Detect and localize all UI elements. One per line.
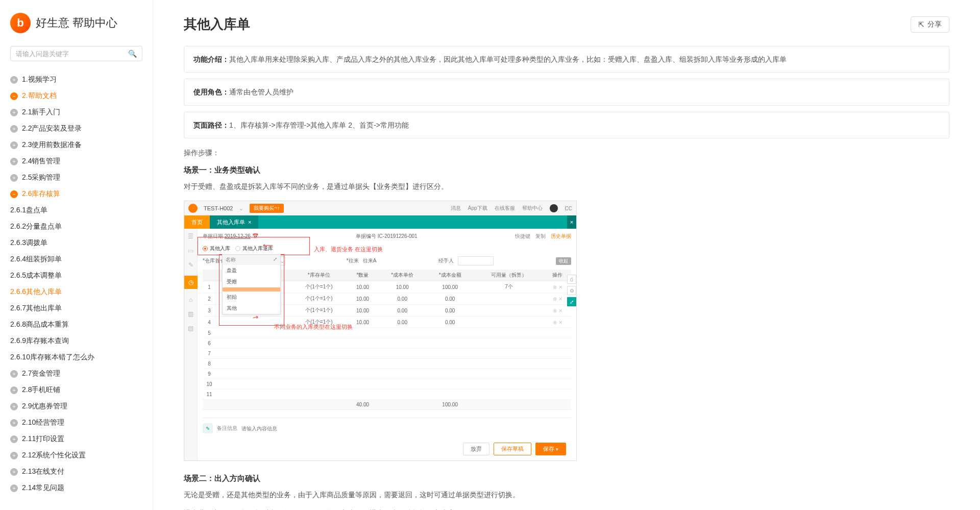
dropdown-item[interactable]: 初始 [223,292,280,303]
tab-active[interactable]: 其他入库单× [210,215,258,229]
nav-item[interactable]: 2.6.3调拨单 [10,235,142,251]
logo-row: b 好生意 帮助中心 [10,13,142,33]
tool-copy[interactable]: 复制 [535,233,546,240]
table-row[interactable]: 10 [203,379,571,390]
rail-icon-3[interactable]: ✎ [187,261,194,269]
collapse-icon[interactable]: − [10,92,18,100]
cancel-button[interactable]: 放弃 [463,443,489,455]
annotation-text-2: 不同业务的入库类型在这里切换 [274,323,353,331]
nav-item[interactable]: +2.10经营管理 [10,415,142,431]
nav-item[interactable]: 2.6.8商品成本重算 [10,317,142,333]
nav-item[interactable]: +2.12系统个性化设置 [10,447,142,464]
rail-print-icon[interactable]: ⎙ [567,275,576,284]
expand-icon[interactable]: + [10,109,18,116]
nav-item[interactable]: +2.2产品安装及登录 [10,120,142,137]
radio-in[interactable]: 其他入库 [203,245,230,252]
expand-icon[interactable]: + [10,370,18,378]
expand-icon[interactable]: + [10,419,18,427]
expand-icon[interactable]: + [10,452,18,459]
top-link-help[interactable]: 帮助中心 [522,205,543,212]
nav-item[interactable]: +2.14常见问题 [10,480,142,496]
nav-item[interactable]: +2.1新手入门 [10,104,142,120]
nav-item[interactable]: 2.6.5成本调整单 [10,268,142,284]
nav-item[interactable]: −2.6库存核算 [10,186,142,202]
expand-icon[interactable]: + [10,141,18,149]
expand-icon[interactable]: + [10,403,18,410]
search-input[interactable] [16,50,128,58]
username[interactable]: CC [565,206,572,211]
expand-icon[interactable]: + [10,484,18,492]
dropdown-item[interactable]: 其他 [223,303,280,314]
nav-item[interactable]: +2.7资金管理 [10,366,142,382]
table-row[interactable]: 8 [203,359,571,369]
expand-icon[interactable]: + [10,468,18,476]
nav-item[interactable]: 2.6.6其他入库单 [10,284,142,300]
nav-item[interactable]: +1.视频学习 [10,71,142,88]
table-row[interactable]: 7 [203,349,571,359]
nav-item[interactable]: 2.6.2分量盘点单 [10,218,142,235]
expand-icon[interactable]: + [10,174,18,182]
search-box[interactable]: 🔍 [10,46,142,61]
expand-icon[interactable]: ⌄ [239,205,243,212]
nav-label: 2.11打印设置 [22,434,64,444]
remark-input[interactable] [241,426,571,431]
expand-icon[interactable]: ⤢ [273,256,277,263]
expand-icon[interactable]: + [10,435,18,443]
collapse-button[interactable]: 收起 [556,257,571,265]
close-all-tabs[interactable]: × [567,215,576,229]
expand-icon[interactable]: + [10,76,18,84]
person-input[interactable] [458,256,494,265]
customer-value[interactable]: 往来A [363,257,377,264]
table-row[interactable]: 5 [203,328,571,338]
dropdown-item[interactable] [223,287,280,292]
top-link-app[interactable]: App下载 [468,205,487,212]
expand-icon[interactable]: + [10,125,18,133]
nav-item[interactable]: 2.6.1盘点单 [10,202,142,218]
save-button[interactable]: 保存 [535,443,566,455]
nav-item[interactable]: +2.4销售管理 [10,153,142,169]
dropdown-item[interactable]: 盘盈 [223,265,280,276]
rail-icon-6[interactable]: ▥ [187,310,194,318]
rail-icon-active[interactable]: ◷ [184,276,198,289]
dropdown-item[interactable]: 受赠 [223,276,280,287]
rail-icon-1[interactable]: ☰ [187,233,194,240]
table-header: *数量 [347,270,379,281]
top-link-msg[interactable]: 消息 [451,205,461,212]
nav-item[interactable]: −2.帮助文档 [10,88,142,104]
search-icon[interactable]: 🔍 [128,50,137,58]
nav-item[interactable]: +2.3使用前数据准备 [10,137,142,153]
expand-icon[interactable]: + [10,386,18,394]
path-text: 1、库存核算->库存管理->其他入库单 2、首页->常用功能 [229,121,409,129]
tab-home[interactable]: 首页 [184,215,210,229]
rail-icon-7[interactable]: ▤ [187,325,194,332]
trial-button[interactable]: 我要购买~↑ [250,204,284,213]
rail-link-icon[interactable]: ⚙ [567,286,576,295]
draft-button[interactable]: 保存草稿 [494,443,531,455]
top-link-service[interactable]: 在线客服 [495,205,515,212]
nav-item[interactable]: 2.6.10库存账本错了怎么办 [10,349,142,366]
share-button[interactable]: ⇱ 分享 [911,16,949,33]
avatar[interactable] [550,204,558,212]
nav-label: 2.6.5成本调整单 [10,271,62,280]
table-row[interactable]: 9 [203,369,571,379]
close-icon[interactable]: × [248,219,251,225]
nav-item[interactable]: +2.13在线支付 [10,464,142,480]
rail-icon-2[interactable]: ▭ [187,247,194,254]
rail-expand-icon[interactable]: ⤢ [567,297,576,306]
scene1-text: 对于受赠、盘盈或是拆装入库等不同的业务，是通过单据头【业务类型】进行区分。 [184,180,949,193]
table-row[interactable]: 11 [203,390,571,400]
rail-icon-5[interactable]: ⌂ [187,296,194,303]
tool-shortcut[interactable]: 快捷键 [515,233,530,240]
nav-item[interactable]: +2.8手机旺铺 [10,382,142,398]
nav-item[interactable]: 2.6.7其他出库单 [10,300,142,317]
collapse-icon[interactable]: − [10,190,18,198]
nav-item[interactable]: +2.11打印设置 [10,431,142,447]
tool-history[interactable]: 历史单据 [551,233,571,240]
nav-item[interactable]: 2.6.4组装拆卸单 [10,251,142,268]
table-row[interactable]: 6 [203,338,571,349]
nav-item[interactable]: +2.5采购管理 [10,169,142,186]
nav-item[interactable]: 2.6.9库存账本查询 [10,333,142,349]
expand-icon[interactable]: + [10,158,18,165]
table-header: 可用量（拆算） [474,270,544,281]
nav-item[interactable]: +2.9优惠券管理 [10,398,142,415]
